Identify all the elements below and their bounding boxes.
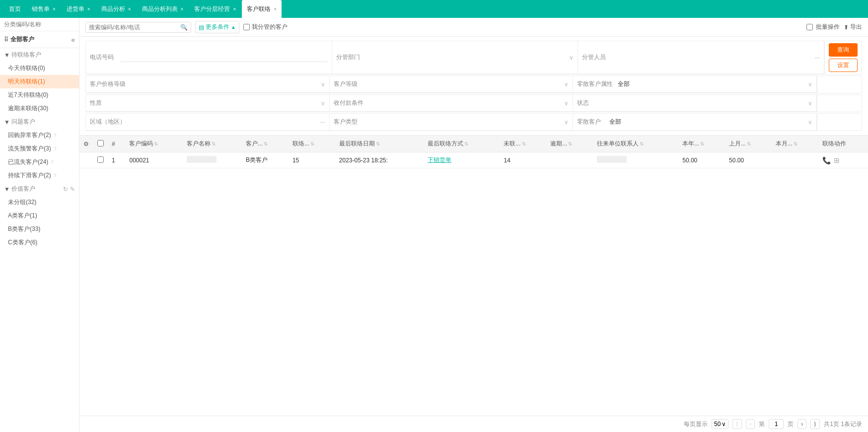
last-page-button[interactable]: ⟩ [810,419,820,429]
th-name[interactable]: 客户名称 ⇅ [183,136,242,152]
close-icon[interactable]: × [233,6,236,12]
table-row: 1 000021 B类客户 15 2023-05-23 18:25: 下销货单 … [79,152,868,168]
batch-op-button[interactable]: 批量操作 [806,23,840,31]
nav-purchase[interactable]: 进货单 × [62,0,95,18]
per-page-select[interactable]: 50 ∨ [712,419,728,429]
sidebar-item-churned[interactable]: 已流失客户(24) ？ [0,155,79,169]
sidebar-search: 🔍 [0,18,79,31]
sidebar-item-churn-warning[interactable]: 流失预警客户(3) ？ [0,142,79,155]
th-settings[interactable]: ⚙ [79,136,93,152]
edit-icon[interactable]: ✎ [70,186,75,193]
td-code: 000021 [125,152,183,168]
sidebar-item-today-pending[interactable]: 今天待联络(0) [0,62,79,75]
th-this-year[interactable]: 本年... ⇅ [678,136,725,152]
chevron-up-icon: ▲ [231,24,236,30]
grid-icon[interactable]: ⊞ [834,156,840,164]
query-button[interactable]: 查询 [829,43,858,57]
td-gear [79,152,93,168]
filter-status: 状态 ∨ [573,95,817,112]
phone-icon[interactable]: 📞 [822,156,831,164]
chevron-down-icon: ∨ [569,54,574,61]
row-checkbox[interactable] [97,156,104,163]
collapse-icon[interactable]: « [71,36,75,44]
contact-method-link[interactable]: 下销货单 [428,156,451,163]
filter-phone-input[interactable] [120,53,328,62]
close-icon[interactable]: × [274,6,277,12]
th-code[interactable]: 客户编码 ⇅ [125,136,183,152]
sidebar-item-tomorrow-pending[interactable]: 明天待联络(1) [0,75,79,88]
nav-customer-layered[interactable]: 客户分层经营 × [189,0,241,18]
prev-page-button[interactable]: ‹ [746,419,755,429]
next-page-button[interactable]: › [797,419,806,429]
chevron-down-icon: ∨ [808,100,812,107]
sidebar-item-declining[interactable]: 持续下滑客户(2) ？ [0,169,79,182]
first-page-icon: ⟨ [736,421,738,428]
sidebar-item-overdue-pending[interactable]: 逾期未联络(30) [0,102,79,115]
customer-table: ⚙ # 客户编码 ⇅ [79,136,868,168]
close-icon[interactable]: × [128,6,131,12]
nav-product-analysis[interactable]: 商品分析 × [96,0,136,18]
first-page-button[interactable]: ⟨ [732,419,742,429]
sort-icon: ⇅ [464,141,468,146]
sidebar-all-customers[interactable]: ⠿ 全部客户 « [0,31,79,48]
sidebar: 🔍 ⠿ 全部客户 « ▼ 待联络客户 今天待联络(0) 明天待联络(1) 近7天… [0,18,79,432]
nav-product-analysis-list[interactable]: 商品分析列表 × [137,0,189,18]
sidebar-item-ungrouped[interactable]: 未分组(32) [0,196,79,209]
sort-icon: ⇅ [640,141,644,146]
content: 🔍 ▤ 更多条件 ▲ 我分管的客户 批量操作 ⬆ 导出 [79,18,868,432]
sort-icon: ⇅ [794,141,797,146]
sidebar-item-c-class[interactable]: C类客户(6) [0,236,79,249]
more-conditions-button[interactable]: ▤ 更多条件 ▲ [195,21,239,33]
page-number-input[interactable] [769,419,784,429]
sort-icon: ⇅ [747,141,751,146]
toolbar: 🔍 ▤ 更多条件 ▲ 我分管的客户 批量操作 ⬆ 导出 [79,18,868,37]
filter-row-4: 区域（地区） ··· 客户类型 ∨ 零散客户 全部 ∨ [85,113,862,131]
sidebar-item-b-class[interactable]: B类客户(33) [0,222,79,236]
sidebar-item-a-class[interactable]: A类客户(1) [0,209,79,222]
th-uncontacted[interactable]: 未联... ⇅ [500,136,546,152]
th-associated-contact[interactable]: 往来单位联系人 ⇅ [593,136,678,152]
sidebar-item-repurchase-abnormal[interactable]: 回购异常客户(2) ？ [0,129,79,142]
filter-customer-type: 客户类型 ∨ [330,114,574,131]
sidebar-search-input[interactable] [4,21,78,28]
search-input[interactable] [89,24,178,31]
sidebar-group-problem: ▼ 问题客户 [0,115,79,129]
prev-icon: ‹ [749,421,751,428]
close-icon[interactable]: × [53,6,56,12]
td-contacts: 15 [289,152,335,168]
sidebar-item-week-pending[interactable]: 近7天待联络(0) [0,88,79,102]
nav-customer-contact[interactable]: 客户联络 × [242,0,282,18]
filter-retail-attr: 零散客户属性 全部 ∨ [573,76,817,93]
td-index: 1 [108,152,125,168]
chevron-down-icon: ∨ [722,421,726,428]
close-icon[interactable]: × [181,6,184,12]
th-last-month[interactable]: 上月... ⇅ [725,136,772,152]
last-page-icon: ⟩ [814,421,816,428]
td-type: B类客户 [242,152,289,168]
th-last-contact-method[interactable]: 最后联络方式 ⇅ [424,136,500,152]
filter-row-3: 性质 ∨ 收付款条件 ∨ 状态 ∨ [85,94,862,112]
gear-icon[interactable]: ⚙ [83,141,89,147]
more-icon[interactable]: ··· [815,54,820,61]
th-overdue[interactable]: 逾期... ⇅ [546,136,593,152]
th-contacts[interactable]: 联络... ⇅ [289,136,335,152]
batch-checkbox[interactable] [806,24,813,30]
my-customers-checkbox[interactable] [243,24,250,30]
th-type[interactable]: 客户... ⇅ [242,136,289,152]
select-all-checkbox[interactable] [97,140,104,146]
nav-sales[interactable]: 销售单 × [27,0,61,18]
reset-button[interactable]: 设置 [829,59,858,72]
th-this-month[interactable]: 本月... ⇅ [772,136,818,152]
footer: 每页显示 50 ∨ ⟨ ‹ 第 页 › ⟩ 共1页 1条记录 [79,416,868,432]
search-icon[interactable]: 🔍 [180,24,188,31]
top-nav: 首页 销售单 × 进货单 × 商品分析 × 商品分析列表 × 客户分层经营 × … [0,0,868,18]
th-last-contact-date[interactable]: 最后联络日期 ⇅ [335,136,424,152]
more-icon[interactable]: ··· [320,119,325,126]
filter-nature: 性质 ∨ [86,95,330,112]
refresh-icon[interactable]: ↻ [63,186,68,193]
nav-home[interactable]: 首页 [4,0,26,18]
export-button[interactable]: ⬆ 导出 [844,23,862,31]
sort-icon: ⇅ [310,141,314,146]
td-checkbox [93,152,108,168]
close-icon[interactable]: × [87,6,90,12]
